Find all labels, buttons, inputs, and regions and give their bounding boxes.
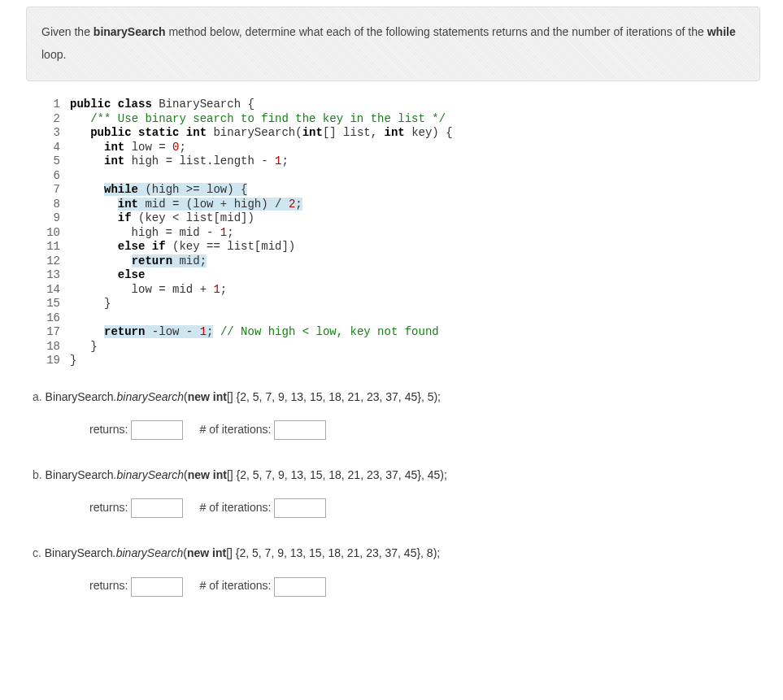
code-line: 2 /** Use binary search to find the key … [41,112,783,127]
code-line: 7 while (high >= low) { [41,183,783,198]
code-content: int high = list.length - 1; [70,154,289,167]
question-call: b. BinarySearch.binarySearch(new int[] {… [33,466,750,484]
prompt-loop-name: while [707,25,736,38]
code-content: return -low - 1; // Now high < low, key … [70,325,439,338]
line-number: 7 [41,183,60,198]
code-block: 1public class BinarySearch {2 /** Use bi… [41,98,783,368]
question-c: c. BinarySearch.binarySearch(new int[] {… [33,544,750,596]
class-name: BinarySearch [45,546,113,559]
code-line: 6 [41,169,783,184]
answer-row: returns:# of iterations: [89,577,750,597]
line-number: 2 [41,112,60,127]
returns-label: returns: [89,423,128,436]
answer-row: returns:# of iterations: [89,498,750,518]
iterations-input[interactable] [274,498,326,518]
returns-input[interactable] [131,577,183,597]
returns-label: returns: [89,501,128,514]
line-number: 3 [41,126,60,141]
code-content: while (high >= low) { [70,183,247,196]
question-call: a. BinarySearch.binarySearch(new int[] {… [33,388,750,406]
prompt-text-pre: Given the [41,25,94,38]
line-number: 8 [41,198,60,212]
code-line: 4 int low = 0; [41,141,783,155]
call-args: [] {2, 5, 7, 9, 13, 15, 18, 21, 23, 37, … [227,390,441,403]
method-name: .binarySearch [114,468,184,481]
code-line: 1public class BinarySearch { [41,98,783,112]
question-letter: a. [33,390,46,403]
code-content: } [70,297,111,310]
code-line: 17 return -low - 1; // Now high < low, k… [41,325,783,340]
iterations-label: # of iterations: [199,501,271,514]
iterations-input[interactable] [274,420,326,440]
code-line: 19} [41,354,783,368]
line-number: 6 [41,169,60,184]
code-line: 5 int high = list.length - 1; [41,154,783,169]
line-number: 16 [41,311,60,326]
code-content: else if (key == list[mid]) [70,240,295,253]
line-number: 18 [41,340,60,354]
code-line: 8 int mid = (low + high) / 2; [41,198,783,212]
prompt-text-post: loop. [41,48,66,61]
code-line: 11 else if (key == list[mid]) [41,240,783,254]
code-line: 3 public static int binarySearch(int[] l… [41,126,783,141]
line-number: 19 [41,354,60,368]
line-number: 9 [41,211,60,226]
code-line: 18 } [41,340,783,354]
returns-input[interactable] [131,498,183,518]
code-line: 16 [41,311,783,326]
class-name: BinarySearch [46,390,114,403]
code-content: high = mid - 1; [70,226,234,239]
method-name: .binarySearch [114,390,184,403]
code-content: low = mid + 1; [70,283,227,296]
line-number: 17 [41,325,60,340]
code-line: 9 if (key < list[mid]) [41,211,783,226]
line-number: 12 [41,254,60,269]
new-int-keyword: new int [187,546,226,559]
code-line: 10 high = mid - 1; [41,226,783,241]
returns-label: returns: [89,579,128,592]
prompt-text-mid: method below, determine what each of the… [166,25,707,38]
new-int-keyword: new int [188,468,227,481]
iterations-label: # of iterations: [199,579,271,592]
line-number: 10 [41,226,60,241]
iterations-label: # of iterations: [199,423,271,436]
code-content: if (key < list[mid]) [70,211,254,224]
question-call: c. BinarySearch.binarySearch(new int[] {… [33,544,750,562]
question-a: a. BinarySearch.binarySearch(new int[] {… [33,388,750,440]
code-content: else [70,268,145,281]
line-number: 15 [41,297,60,311]
question-b: b. BinarySearch.binarySearch(new int[] {… [33,466,750,518]
line-number: 1 [41,98,60,112]
code-content: public class BinarySearch { [70,98,254,111]
code-content: int low = 0; [70,141,186,154]
class-name: BinarySearch [46,468,114,481]
line-number: 14 [41,283,60,298]
code-content: int mid = (low + high) / 2; [70,198,302,211]
code-content: return mid; [70,254,207,267]
code-content: /** Use binary search to find the key in… [70,112,446,125]
question-letter: c. [33,546,45,559]
line-number: 4 [41,141,60,155]
line-number: 11 [41,240,60,254]
prompt-method-name: binarySearch [94,25,166,38]
method-name: .binarySearch [113,546,183,559]
code-content: } [70,354,76,367]
code-line: 15 } [41,297,783,311]
returns-input[interactable] [131,420,183,440]
line-number: 5 [41,154,60,169]
call-args: [] {2, 5, 7, 9, 13, 15, 18, 21, 23, 37, … [226,546,440,559]
answer-row: returns:# of iterations: [89,420,750,440]
code-line: 12 return mid; [41,254,783,269]
question-letter: b. [33,468,46,481]
code-line: 14 low = mid + 1; [41,283,783,298]
code-line: 13 else [41,268,783,283]
code-content: public static int binarySearch(int[] lis… [70,126,453,139]
prompt-box: Given the binarySearch method below, det… [26,7,760,81]
iterations-input[interactable] [274,577,326,597]
new-int-keyword: new int [188,390,227,403]
code-content: } [70,340,98,353]
call-args: [] {2, 5, 7, 9, 13, 15, 18, 21, 23, 37, … [227,468,447,481]
line-number: 13 [41,268,60,283]
